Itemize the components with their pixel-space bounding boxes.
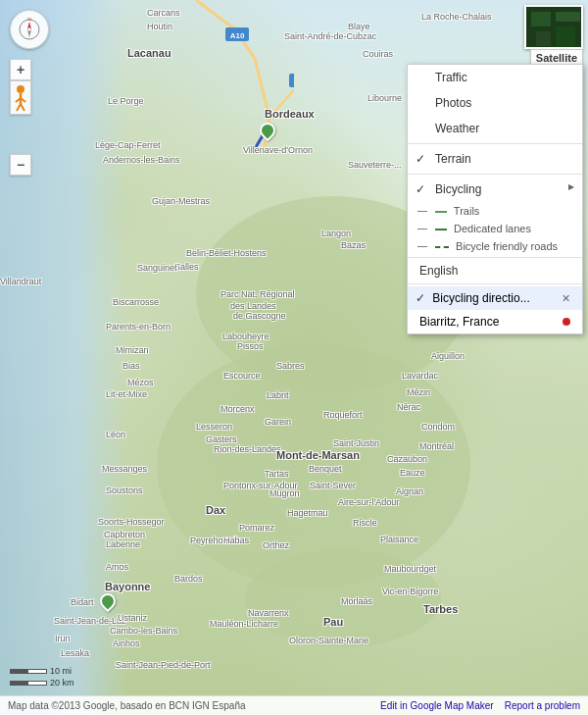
svg-point-22 xyxy=(17,85,24,93)
scale-bar: 10 mi 20 km xyxy=(10,666,74,688)
trail-line-icon xyxy=(435,211,447,213)
svg-rect-30 xyxy=(556,12,580,22)
friendly-road-icon xyxy=(435,246,449,248)
svg-text:A630: A630 xyxy=(293,77,294,86)
scale-graphic-km xyxy=(10,681,47,686)
menu-weather[interactable]: Weather xyxy=(408,116,582,141)
svg-rect-29 xyxy=(531,12,551,26)
menu-divider-1 xyxy=(408,143,582,144)
compass-control[interactable]: N xyxy=(10,10,49,49)
svg-line-27 xyxy=(21,104,24,111)
destination-dot-icon xyxy=(563,318,570,326)
scale-km-label: 20 km xyxy=(50,678,74,688)
menu-bicycling-directions[interactable]: ✓ Bicycling directio... ✕ xyxy=(408,286,582,310)
satellite-thumbnail[interactable] xyxy=(524,5,583,49)
report-problem-link[interactable]: Report a problem xyxy=(505,700,580,711)
svg-marker-19 xyxy=(27,22,31,29)
terrain-3 xyxy=(245,549,441,647)
svg-rect-31 xyxy=(536,31,551,46)
close-directions-icon[interactable]: ✕ xyxy=(562,292,570,305)
map-data-text: Map data ©2013 Google, basado en BCN IGN… xyxy=(8,700,246,711)
edit-map-link[interactable]: Edit in Google Map Maker xyxy=(380,700,494,711)
menu-divider-4 xyxy=(408,283,582,284)
end-marker[interactable] xyxy=(100,593,112,609)
menu-photos[interactable]: Photos xyxy=(408,90,582,116)
svg-text:N: N xyxy=(27,18,31,22)
zoom-controls: + − xyxy=(10,59,31,176)
svg-text:A10: A10 xyxy=(230,31,245,40)
street-view-icon[interactable] xyxy=(10,80,31,115)
map-container[interactable]: A10 A630 A89 D670 A65 A64 A64 A660 A63 L… xyxy=(0,0,588,715)
zoom-out-button[interactable]: − xyxy=(10,154,31,176)
check-icon: ✓ xyxy=(416,291,425,305)
scale-miles-label: 10 mi xyxy=(50,666,72,676)
bottom-bar: Map data ©2013 Google, basado en BCN IGN… xyxy=(0,695,588,715)
zoom-in-button[interactable]: + xyxy=(10,59,31,80)
scale-graphic-miles xyxy=(10,669,47,674)
menu-bicycling[interactable]: Bicycling xyxy=(408,177,582,202)
start-marker[interactable] xyxy=(260,123,271,138)
menu-traffic[interactable]: Traffic xyxy=(408,65,582,90)
svg-marker-20 xyxy=(27,29,31,37)
menu-language[interactable]: English xyxy=(408,260,582,281)
layer-menu: Traffic Photos Weather Terrain Bicycling… xyxy=(407,64,583,334)
menu-terrain[interactable]: Terrain xyxy=(408,146,582,172)
dedicated-line-icon xyxy=(435,229,447,230)
biarritz-destination[interactable]: Biarritz, France xyxy=(408,310,582,333)
menu-bicycle-friendly: Bicycle friendly roads xyxy=(408,237,582,255)
svg-rect-32 xyxy=(556,26,575,46)
menu-divider-3 xyxy=(408,257,582,258)
menu-dedicated-lanes: Dedicated lanes xyxy=(408,220,582,237)
menu-trails: Trails xyxy=(408,202,582,220)
svg-line-26 xyxy=(17,104,21,111)
menu-divider-2 xyxy=(408,174,582,175)
